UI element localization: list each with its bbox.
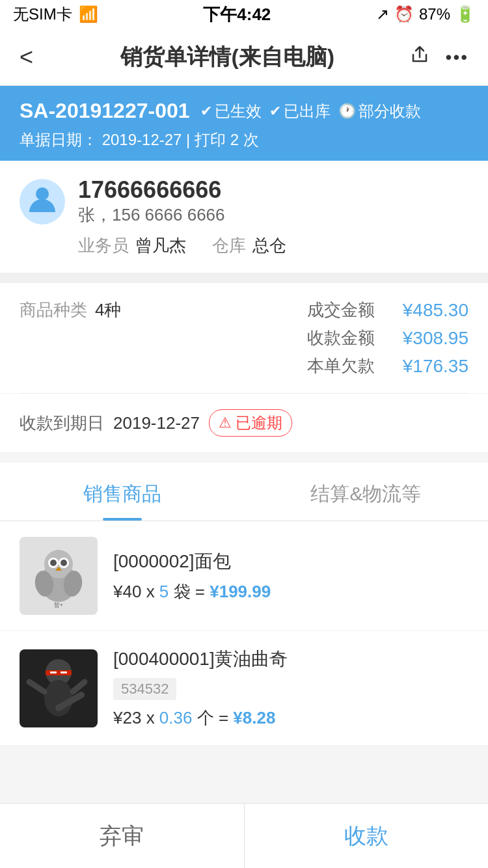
amount-row-2: 收款金额 ¥308.95 <box>307 327 468 349</box>
tab-settlement[interactable]: 结算&物流等 <box>244 463 488 521</box>
wifi-icon: 📶 <box>79 5 98 23</box>
customer-id: 17666666666 <box>78 176 225 204</box>
user-icon <box>26 182 59 221</box>
status-left: 无SIM卡 📶 <box>13 4 98 25</box>
product-image-1: 暂+ <box>20 537 98 615</box>
type-value: 4种 <box>95 299 121 321</box>
customer-name: 张，156 6666 6666 <box>78 204 225 226</box>
status-badge-effective: ✔ 已生效 <box>200 101 262 122</box>
status-time: 下午4:42 <box>203 3 271 26</box>
price-qty-2: 0.36 <box>159 708 193 727</box>
header-banner: SA-20191227-001 ✔ 已生效 ✔ 已出库 🕐 部分收款 单据日期：… <box>0 86 488 161</box>
location-icon: ↗ <box>376 5 389 23</box>
price-total-1: ¥199.99 <box>210 582 271 601</box>
battery-text: 87% <box>419 5 450 23</box>
product-price-2: ¥23 x 0.36 个 = ¥8.28 <box>113 707 468 729</box>
status-right: ↗ ⏰ 87% 🔋 <box>376 5 475 23</box>
price-x-2: x <box>146 708 159 727</box>
status-badges: ✔ 已生效 ✔ 已出库 🕐 部分收款 <box>200 101 421 122</box>
share-icon[interactable] <box>409 44 430 70</box>
product-item-1: 暂+ [0000002]面包 ¥40 x 5 袋 = ¥199.99 <box>0 521 488 631</box>
amount-value-3: ¥176.35 <box>390 356 468 377</box>
status-label-1: 已生效 <box>215 101 262 122</box>
svg-rect-16 <box>61 671 67 673</box>
tabs-section: 销售商品 结算&物流等 <box>0 463 488 521</box>
confirm-button[interactable]: 收款 <box>245 804 489 868</box>
price-base-1: ¥40 <box>113 582 141 601</box>
price-total-2: ¥8.28 <box>233 708 275 727</box>
svg-point-0 <box>36 187 49 200</box>
price-qty-1: 5 <box>159 582 169 601</box>
price-base-2: ¥23 <box>113 708 141 727</box>
due-section: 收款到期日 2019-12-27 ⚠ 已逾期 <box>0 394 488 452</box>
sales-value: 曾凡杰 <box>135 234 186 257</box>
more-icon[interactable]: ••• <box>446 47 468 68</box>
customer-info: 17666666666 张，156 6666 6666 <box>78 176 225 226</box>
amount-value-2: ¥308.95 <box>390 328 468 349</box>
print-info: | 打印 2 次 <box>186 131 259 148</box>
product-image-2 <box>20 649 98 727</box>
clock-icon: 🕐 <box>338 103 356 120</box>
amount-label-1: 成交金额 <box>307 299 375 321</box>
amount-label-3: 本单欠款 <box>307 355 375 377</box>
check-icon-2: ✔ <box>269 103 281 120</box>
summary-section: 商品种类 4种 成交金额 ¥485.30 收款金额 ¥308.95 本单欠款 ¥… <box>0 283 488 393</box>
date-value: 2019-12-27 <box>102 131 182 148</box>
cancel-button[interactable]: 弃审 <box>0 804 245 868</box>
summary-right: 成交金额 ¥485.30 收款金额 ¥308.95 本单欠款 ¥176.35 <box>307 299 468 377</box>
nav-actions: ••• <box>409 44 468 70</box>
due-label: 收款到期日 <box>20 412 104 435</box>
banner-top: SA-20191227-001 ✔ 已生效 ✔ 已出库 🕐 部分收款 <box>20 99 468 123</box>
product-sku-2: 534532 <box>113 678 176 700</box>
back-button[interactable]: < <box>20 44 33 71</box>
banner-date: 单据日期： 2019-12-27 | 打印 2 次 <box>20 129 468 150</box>
divider-1 <box>0 273 488 283</box>
amount-row-3: 本单欠款 ¥176.35 <box>307 355 468 377</box>
amount-label-2: 收款金额 <box>307 327 375 349</box>
svg-point-7 <box>61 560 67 566</box>
carrier-text: 无SIM卡 <box>13 4 72 25</box>
order-id: SA-20191227-001 <box>20 99 190 123</box>
price-unit-2: 个 <box>197 708 214 727</box>
price-eq-2: = <box>219 708 233 727</box>
amount-row-1: 成交金额 ¥485.30 <box>307 299 468 321</box>
status-bar: 无SIM卡 📶 下午4:42 ↗ ⏰ 87% 🔋 <box>0 0 488 29</box>
svg-rect-15 <box>50 671 57 673</box>
avatar <box>20 179 65 224</box>
product-info-2: [000400001]黄油曲奇 534532 ¥23 x 0.36 个 = ¥8… <box>113 647 468 729</box>
price-eq-1: = <box>195 582 210 601</box>
price-unit-1: 袋 <box>174 582 191 601</box>
product-name-2: [000400001]黄油曲奇 <box>113 647 468 671</box>
product-info-1: [0000002]面包 ¥40 x 5 袋 = ¥199.99 <box>113 549 468 603</box>
svg-point-6 <box>50 560 57 566</box>
check-icon-1: ✔ <box>200 103 212 120</box>
sales-detail: 业务员 曾凡杰 <box>78 234 186 257</box>
tab-products[interactable]: 销售商品 <box>0 463 244 521</box>
bottom-actions: 弃审 收款 <box>0 803 488 868</box>
product-item-2: [000400001]黄油曲奇 534532 ¥23 x 0.36 个 = ¥8… <box>0 631 488 746</box>
due-date-value: 2019-12-27 <box>113 413 200 433</box>
status-badge-shipped: ✔ 已出库 <box>269 101 331 122</box>
customer-top: 17666666666 张，156 6666 6666 <box>20 176 468 226</box>
products-section: 暂+ [0000002]面包 ¥40 x 5 袋 = ¥199.99 <box>0 521 488 746</box>
bottom-spacer <box>0 746 488 811</box>
warehouse-label: 仓库 <box>212 234 246 257</box>
page-title: 销货单详情(来自电脑) <box>46 42 409 72</box>
svg-text:暂+: 暂+ <box>54 602 63 608</box>
status-badge-partial: 🕐 部分收款 <box>338 101 421 122</box>
battery-icon: 🔋 <box>455 5 475 23</box>
warehouse-value: 总仓 <box>252 234 286 257</box>
amount-value-1: ¥485.30 <box>390 300 468 321</box>
overdue-icon: ⚠ <box>219 414 232 431</box>
sales-label: 业务员 <box>78 234 129 257</box>
status-label-2: 已出库 <box>284 101 331 122</box>
warehouse-detail: 仓库 总仓 <box>212 234 286 257</box>
status-label-3: 部分收款 <box>359 101 421 122</box>
date-label: 单据日期： <box>20 131 98 148</box>
customer-details: 业务员 曾凡杰 仓库 总仓 <box>78 234 468 257</box>
svg-rect-14 <box>46 670 72 675</box>
alarm-icon: ⏰ <box>394 5 414 23</box>
summary-left: 商品种类 4种 <box>20 299 121 321</box>
nav-bar: < 销货单详情(来自电脑) ••• <box>0 29 488 86</box>
price-x-1: x <box>146 582 159 601</box>
